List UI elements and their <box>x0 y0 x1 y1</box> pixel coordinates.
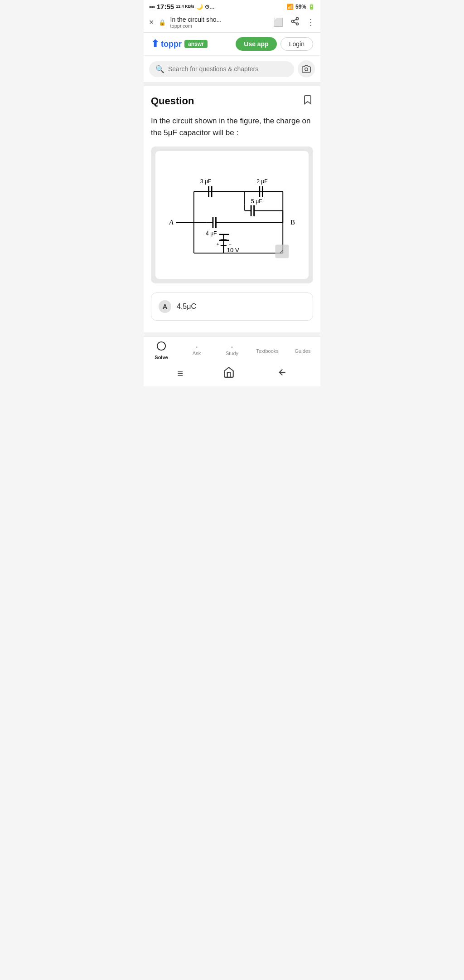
c1-label: 3 μF <box>200 178 212 184</box>
status-right: 📶 59% 🔋 <box>287 4 315 10</box>
section-divider <box>144 83 320 86</box>
search-inner: 🔍 <box>149 61 294 77</box>
ask-icon: ● <box>196 345 198 349</box>
answer-options: A 4.5μC <box>151 293 313 321</box>
c3-label: 5 μF <box>251 198 262 204</box>
nav-solve-label: Solve <box>155 355 168 360</box>
battery-icon: 🔋 <box>308 4 315 10</box>
question-bookmark-button[interactable] <box>302 94 313 108</box>
bottom-divider <box>144 332 320 336</box>
battery-plus: + <box>216 241 219 247</box>
brand-logo: ⬆ toppr <box>151 38 182 50</box>
browser-title: In the circuit sho... <box>170 16 269 23</box>
camera-button[interactable] <box>298 60 315 78</box>
app-bar-buttons: Use app Login <box>236 37 313 51</box>
circuit-diagram: A B 3 μF <box>155 151 309 279</box>
login-button[interactable]: Login <box>280 37 313 51</box>
nav-study-label: Study <box>226 351 238 356</box>
expand-icon[interactable]: ⤢ <box>279 248 284 255</box>
app-bar: ⬆ toppr answr Use app Login <box>144 33 320 56</box>
solve-icon <box>156 341 166 353</box>
svg-line-3 <box>294 22 296 23</box>
option-a-circle: A <box>159 300 171 313</box>
status-time: 17:55 <box>157 3 174 10</box>
svg-line-4 <box>294 19 296 20</box>
moon-icon: 🌙 <box>196 4 203 10</box>
lock-icon: 🔒 <box>159 19 166 26</box>
status-bar: ▪▪▪ 17:55 12.4 KB/s 🌙 ⊙… 📶 59% 🔋 <box>144 0 320 12</box>
study-icon: ● <box>231 345 233 349</box>
nav-study[interactable]: ● Study <box>218 345 246 356</box>
circuit-container: A B 3 μF <box>151 146 313 283</box>
question-section-title: Question <box>151 95 194 107</box>
answer-option-a[interactable]: A 4.5μC <box>151 293 313 321</box>
search-input[interactable] <box>168 65 288 73</box>
nav-guides-label: Guides <box>295 348 311 354</box>
signal-icon: ▪▪▪ <box>149 4 155 10</box>
question-text: In the circuit shown in the figure, the … <box>151 115 313 139</box>
nav-ask[interactable]: ● Ask <box>183 345 210 356</box>
bottom-nav: Solve ● Ask ● Study Textbooks Guides <box>144 336 320 363</box>
bookmark-browser-icon[interactable]: ⬜ <box>273 17 283 27</box>
use-app-button[interactable]: Use app <box>236 37 276 51</box>
lte-icon: 📶 <box>287 4 294 10</box>
browser-icons: ⬜ ⋮ <box>273 17 315 28</box>
back-nav-button[interactable] <box>275 366 287 381</box>
brand-wrap: ⬆ toppr answr <box>151 38 208 50</box>
brand-answr: answr <box>184 40 208 48</box>
nav-textbooks[interactable]: Textbooks <box>254 347 281 354</box>
main-content: Question In the circuit shown in the fig… <box>144 86 320 332</box>
system-nav-bar: ≡ <box>144 363 320 386</box>
status-left: ▪▪▪ 17:55 12.4 KB/s 🌙 ⊙… <box>149 3 215 10</box>
search-icon: 🔍 <box>155 65 164 73</box>
question-header: Question <box>151 94 313 108</box>
menu-nav-button[interactable]: ≡ <box>177 368 183 380</box>
voltage-label: 10 V <box>227 247 239 254</box>
c2-label: 2 μF <box>256 178 268 184</box>
node-b-label: B <box>290 218 295 225</box>
option-a-text: 4.5μC <box>177 302 196 311</box>
nav-guides[interactable]: Guides <box>289 347 316 354</box>
battery-minus: − <box>229 241 232 247</box>
browser-bar: × 🔒 In the circuit sho... toppr.com ⬜ ⋮ <box>144 12 320 33</box>
c4-label: 4 μF <box>206 230 217 237</box>
more-browser-icon[interactable]: ⋮ <box>307 17 315 27</box>
svg-point-5 <box>305 68 308 71</box>
browser-url: toppr.com <box>170 23 269 29</box>
battery-text: 59% <box>295 4 306 10</box>
dot-icon: ⊙… <box>205 4 215 10</box>
nav-textbooks-label: Textbooks <box>256 348 279 354</box>
node-a-label: A <box>169 218 174 225</box>
nav-solve[interactable]: Solve <box>148 341 175 360</box>
share-browser-icon[interactable] <box>290 17 300 28</box>
browser-close-button[interactable]: × <box>149 18 154 27</box>
status-kbs: 12.4 KB/s <box>176 5 194 9</box>
svg-point-41 <box>157 341 165 350</box>
browser-title-wrap: In the circuit sho... toppr.com <box>170 16 269 29</box>
home-nav-button[interactable] <box>223 366 235 381</box>
search-wrap: 🔍 <box>144 56 320 83</box>
nav-ask-label: Ask <box>193 351 201 356</box>
circuit-svg: A B 3 μF <box>160 156 304 274</box>
